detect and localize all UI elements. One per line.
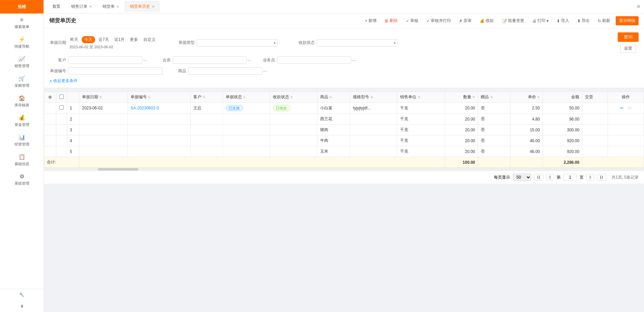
- print-button[interactable]: 🖨 打印 ▾: [530, 17, 551, 25]
- cell-transaction-3: [582, 125, 608, 135]
- cell-spec-1: tyjyjtyjdf...: [350, 103, 397, 114]
- page-size-select[interactable]: 50 100 200: [513, 174, 531, 181]
- cell-doc-no-5: [128, 146, 190, 157]
- tab-sales-goods[interactable]: 销货单 ✕: [97, 1, 124, 12]
- date-tab-custom[interactable]: 自定义: [141, 36, 158, 43]
- last-page-btn[interactable]: ⟩⟩: [597, 174, 606, 181]
- more-btn-1[interactable]: ⋯: [626, 105, 633, 111]
- col-settings[interactable]: ⚙: [44, 92, 56, 103]
- sidebar-item-search-menu[interactable]: ≡ 搜索菜单: [0, 14, 44, 33]
- tab-sales-order[interactable]: 销售订单 ✕: [66, 1, 97, 12]
- cell-doc-status-4: [223, 135, 270, 146]
- pay-status-input[interactable]: [317, 39, 398, 47]
- tab-sales-goods-close[interactable]: ✕: [116, 5, 119, 8]
- goods-input[interactable]: [188, 67, 262, 75]
- col-gift-label: 赠品: [481, 95, 489, 99]
- sidebar-bottom-btn1[interactable]: 🔧: [0, 289, 44, 301]
- cell-price-4: 46.00: [510, 135, 543, 146]
- cell-doc-date-5: [79, 146, 128, 157]
- abandon-button[interactable]: ✗ 弃审: [456, 17, 474, 25]
- prev-page-btn[interactable]: ⟨: [546, 174, 554, 181]
- sidebar-item-quick-nav[interactable]: ⚡ 快捷导航: [0, 33, 44, 52]
- import-button[interactable]: ⬇ 导入: [554, 17, 572, 25]
- salesperson-dots-btn[interactable]: ···: [352, 57, 356, 63]
- tab-home[interactable]: 首页: [47, 1, 65, 12]
- col-doc-no[interactable]: 单据编号 ⇅: [128, 92, 190, 103]
- table-settings-icon[interactable]: ⚙: [48, 95, 52, 100]
- col-pay-status[interactable]: 收款状态 ⇅: [270, 92, 317, 103]
- tab-sales-order-close[interactable]: ✕: [89, 5, 92, 8]
- setting-button[interactable]: 设置: [620, 44, 636, 53]
- sidebar-item-finance[interactable]: 💰 资金管理: [0, 111, 44, 131]
- col-doc-no-label: 单据编号: [131, 95, 147, 99]
- customer-dots-btn[interactable]: ···: [143, 57, 147, 63]
- summary-empty: [79, 157, 445, 168]
- date-tab-1month[interactable]: 近1月: [112, 36, 127, 43]
- date-tabs: 昨天 今天 近7天 近1月 更多 自定义: [68, 36, 158, 43]
- horizontal-scrollbar[interactable]: [44, 168, 644, 171]
- sidebar-item-purchase-mgmt[interactable]: 🛒 采购管理: [0, 72, 44, 92]
- doc-status-badge-1: 已生效: [226, 105, 243, 111]
- goods-dots-btn[interactable]: ···: [263, 68, 267, 74]
- export-button[interactable]: ⬆ 导出: [575, 17, 592, 25]
- close-all-tabs[interactable]: ✕: [636, 3, 641, 10]
- delete-button[interactable]: 🗑 删除: [382, 17, 400, 25]
- tab-sales-history-close[interactable]: ✕: [152, 5, 155, 8]
- row-1-checkbox[interactable]: [59, 105, 64, 110]
- batch-change-button[interactable]: 📝 批量变更: [499, 17, 527, 25]
- add-button[interactable]: + 新增: [362, 17, 379, 25]
- collect-button[interactable]: 💰 收款: [477, 17, 497, 25]
- col-gift[interactable]: 赠品 ⇅: [478, 92, 510, 103]
- salesperson-input[interactable]: [277, 56, 351, 64]
- col-unit[interactable]: 销售单位 ⇅: [397, 92, 445, 103]
- col-qty[interactable]: 数量 ⇅: [445, 92, 478, 103]
- refresh-button[interactable]: ↻ 刷新: [595, 17, 613, 25]
- first-page-btn[interactable]: ⟨⟨: [534, 174, 543, 181]
- col-doc-date[interactable]: 单据日期 ⇅: [79, 92, 128, 103]
- cell-unit-2: 千克: [397, 114, 445, 125]
- sidebar-item-operations[interactable]: 📊 经营管理: [0, 131, 44, 150]
- summary-gift-empty: [478, 157, 510, 168]
- refresh-icon: ↻: [598, 19, 601, 23]
- cell-pay-status-2: [270, 114, 317, 125]
- query-button[interactable]: 查询: [618, 32, 639, 42]
- sidebar-item-sys-mgmt[interactable]: ⚙ 系统管理: [0, 170, 44, 189]
- customer-input[interactable]: [68, 56, 142, 64]
- cell-goods-3: 猪肉: [317, 125, 350, 135]
- doc-no-input[interactable]: [68, 67, 163, 75]
- warehouse-dots-btn[interactable]: ···: [248, 57, 252, 63]
- tab-sales-history[interactable]: 销货单历史 ✕: [125, 1, 160, 12]
- collapse-filter-button[interactable]: ∧ 收起更多条件: [49, 78, 78, 84]
- date-tab-7days[interactable]: 近7天: [96, 36, 111, 43]
- col-action: 操作: [608, 92, 644, 103]
- warehouse-input[interactable]: [173, 56, 247, 64]
- col-spec[interactable]: 规格型号 ⇅: [350, 92, 397, 103]
- page-title: 销货单历史: [49, 17, 76, 24]
- sidebar-item-sales-mgmt[interactable]: 📈 销售管理: [0, 52, 44, 72]
- audit-button[interactable]: ✓ 审核: [403, 17, 421, 25]
- col-doc-status[interactable]: 单据状态 ⇅: [223, 92, 270, 103]
- purchase-mgmt-icon: 🛒: [19, 75, 25, 82]
- sidebar-bottom-btn2[interactable]: ⏸: [0, 301, 44, 312]
- edit-btn-1[interactable]: ✏: [619, 105, 625, 111]
- tab-bar: 首页 销售订单 ✕ 销货单 ✕ 销货单历史 ✕ ✕: [44, 0, 644, 14]
- doc-type-input[interactable]: [197, 39, 278, 47]
- filter-area: 单据日期 昨天 今天 近7天 近1月 更多 自定义 2023-06-02 至 2…: [44, 28, 644, 88]
- date-tab-yesterday[interactable]: 昨天: [68, 36, 80, 43]
- select-all-checkbox[interactable]: [59, 95, 64, 99]
- date-tab-today[interactable]: 今天: [82, 36, 95, 43]
- table-row: 3 猪肉 千克 20.00 否 15.00 300.00: [44, 125, 644, 135]
- date-tab-more[interactable]: 更多: [128, 36, 140, 43]
- table-row: 1 2023-06-02 SA-20230602-0 王总 已生效 已收款 小白…: [44, 103, 644, 114]
- doc-no-link-1[interactable]: SA-20230602-0: [131, 106, 159, 110]
- col-goods[interactable]: 商品 ⇅: [317, 92, 350, 103]
- col-price[interactable]: 单价 ⇅: [510, 92, 543, 103]
- page-number-input[interactable]: [563, 174, 577, 181]
- show-details-button[interactable]: 显示明细: [616, 16, 639, 25]
- col-customer[interactable]: 客户 ⇅: [190, 92, 223, 103]
- sidebar-item-inventory[interactable]: 🏠 库存核算: [0, 92, 44, 111]
- summary-rest: [582, 157, 644, 168]
- sidebar-item-base-info[interactable]: 📋 基础信息: [0, 150, 44, 170]
- audit-print-button[interactable]: ✓ 审核并打印: [424, 17, 454, 25]
- next-page-btn[interactable]: ⟩: [586, 174, 594, 181]
